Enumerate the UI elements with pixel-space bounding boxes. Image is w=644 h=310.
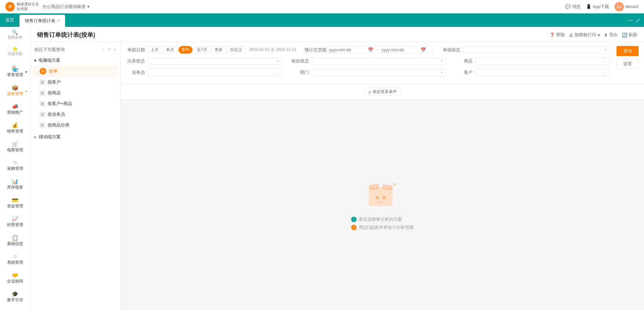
settings-button[interactable]: 设置 bbox=[616, 59, 639, 69]
sidebar-item-enterprise[interactable]: 🤝 企业协同 bbox=[0, 269, 30, 288]
calendar-icon-end[interactable]: 📅 bbox=[421, 47, 426, 52]
left-panel: 按以下方案查询 ＋ ⟳ « ▾ 电脑端方案 按 按单 bbox=[30, 42, 121, 310]
receipt-select[interactable]: ▾ bbox=[312, 58, 446, 65]
sidebar-item-inventory[interactable]: 📊 库存核算 bbox=[0, 175, 30, 194]
filter-bar: 单据日期 上月 本月 本年 近7天 更多 自定义 2023-01-01 至 20… bbox=[121, 42, 644, 84]
solution-by-customer[interactable]: 客 按客户 bbox=[33, 77, 118, 88]
sidebar-quick-nav[interactable]: ⭐ 快捷导航 bbox=[0, 43, 30, 60]
sidebar-search[interactable]: 🔍 搜索菜单 bbox=[0, 27, 30, 43]
sidebar-item-system[interactable]: ⚙ 系统管理 bbox=[0, 250, 30, 269]
status-label: 单据状态 bbox=[441, 47, 460, 53]
ellipsis-icon[interactable]: ··· bbox=[603, 58, 607, 64]
svg-rect-10 bbox=[369, 188, 392, 206]
solution-by-product[interactable]: 品 按商品 bbox=[33, 88, 118, 98]
chevron-down-icon: ▾ bbox=[277, 59, 279, 63]
filter-row-3: 业务员 ··· 部门 ▾ 客户 bbox=[126, 68, 610, 76]
date-btn-this-month[interactable]: 本月 bbox=[163, 46, 177, 54]
by-product-icon: 品 bbox=[40, 90, 45, 96]
message-button[interactable]: 💬 消息 bbox=[565, 4, 581, 10]
ellipsis-icon[interactable]: ··· bbox=[275, 70, 279, 75]
sidebar-item-purchase[interactable]: 🛍 采购管理 bbox=[0, 156, 30, 175]
goods-select[interactable]: ··· bbox=[475, 57, 610, 65]
add-solution-icon[interactable]: ＋ bbox=[101, 47, 106, 53]
avatar: Ea bbox=[614, 2, 624, 11]
date-range-display: 2023-01-01 至 2023-12-31 bbox=[249, 47, 297, 53]
sidebar-item-apps[interactable]: 📱 应用中心 bbox=[0, 306, 30, 310]
enterprise-icon: 🤝 bbox=[0, 272, 30, 278]
date-btn-last-month[interactable]: 上月 bbox=[148, 46, 162, 54]
filter-row-1: 单据日期 上月 本月 本年 近7天 更多 自定义 2023-01-01 至 20… bbox=[126, 46, 610, 54]
collapse-button[interactable]: ∧ 收起更多条件 bbox=[364, 88, 401, 96]
refresh-button[interactable]: 🔄 刷新 bbox=[622, 32, 637, 38]
tab-maximize-icon[interactable]: ⤢ bbox=[636, 17, 640, 23]
message-icon: 💬 bbox=[565, 4, 571, 9]
sidebar-item-retail[interactable]: 🏪 零售管理 ▾ bbox=[0, 62, 30, 81]
date-filter-label: 单据日期 bbox=[126, 47, 145, 53]
svg-point-14 bbox=[382, 196, 386, 199]
export-icon: ⬇ bbox=[604, 33, 608, 38]
date-btn-custom[interactable]: 自定义 bbox=[227, 46, 245, 54]
solution-by-order[interactable]: 按 按单 bbox=[33, 65, 118, 77]
solution-by-category[interactable]: 类 按商品分类 bbox=[33, 120, 118, 131]
export-button[interactable]: ⬇ 导出 bbox=[604, 32, 618, 38]
salesperson-select[interactable]: ··· bbox=[148, 68, 282, 76]
print-icon: 🖨 bbox=[569, 33, 573, 38]
svg-text:员: 员 bbox=[41, 113, 44, 116]
app-download-button[interactable]: 📱 App下载 bbox=[586, 4, 609, 10]
solution-by-cust-prod[interactable]: 客 按客户+商品 bbox=[33, 98, 118, 109]
by-cust-prod-icon: 客 bbox=[40, 101, 45, 106]
sidebar-item-finance[interactable]: 💳 资金管理 bbox=[0, 194, 30, 212]
tab-minimize-icon[interactable]: — bbox=[628, 17, 633, 23]
tab-bar: 首页 销售订单统计表 × — ⤢ bbox=[0, 13, 644, 27]
top-bar: 好 畅捷通好生意 标准版 办公用品行业模拟账套 ▾ 💬 消息 📱 App下载 E… bbox=[0, 0, 644, 13]
logo-icon: 好 bbox=[5, 2, 15, 11]
template-print-button[interactable]: 🖨 按模板打印 ▾ bbox=[569, 32, 600, 38]
tab-home[interactable]: 首页 bbox=[0, 13, 19, 27]
expected-date-end-input[interactable] bbox=[382, 48, 419, 52]
sidebar: 🔍 搜索菜单 ⭐ 快捷导航 🏪 零售管理 ▾ 📦 批发管理 ▴ 📣 营销推广 💰… bbox=[0, 27, 30, 310]
expected-date-start-input[interactable] bbox=[329, 48, 366, 52]
sidebar-item-ecommerce[interactable]: 🛒 电商管理 bbox=[0, 138, 30, 156]
page-actions: ❓ 帮助 🖨 按模板打印 ▾ ⬇ 导出 🔄 刷新 bbox=[549, 32, 637, 38]
status-select[interactable]: ▾ bbox=[463, 46, 610, 53]
tab-sales-order[interactable]: 销售订单统计表 × bbox=[19, 15, 65, 27]
sidebar-item-basic[interactable]: 📋 基础信息 bbox=[0, 231, 30, 250]
outbound-label: 出库状态 bbox=[126, 58, 145, 64]
mobile-group: ▶ 移动端方案 bbox=[33, 132, 118, 142]
help-button[interactable]: ❓ 帮助 bbox=[549, 32, 565, 38]
filter-row-2: 出库状态 ▾ 收款状态 ▾ 商品 bbox=[126, 57, 610, 65]
inventory-icon: 📊 bbox=[0, 178, 30, 185]
date-btn-more[interactable]: 更多 bbox=[212, 46, 226, 54]
empty-illustration: ✦ · bbox=[362, 177, 402, 211]
left-panel-icons: ＋ ⟳ « bbox=[101, 47, 116, 53]
ellipsis-icon[interactable]: ··· bbox=[603, 70, 607, 75]
query-button[interactable]: 查询 bbox=[616, 46, 639, 56]
tab-close-icon[interactable]: × bbox=[57, 18, 60, 23]
department-select[interactable]: ▾ bbox=[312, 69, 446, 76]
user-menu-button[interactable]: Ea demo2 bbox=[614, 2, 639, 11]
date-btn-this-year[interactable]: 本年 bbox=[178, 46, 193, 54]
svg-text:品: 品 bbox=[41, 92, 44, 94]
chevron-down-icon: ▾ bbox=[441, 59, 443, 63]
ecommerce-icon: 🛒 bbox=[0, 141, 30, 147]
solution-by-salesperson[interactable]: 员 按业务员 bbox=[33, 109, 118, 120]
sidebar-item-marketing[interactable]: 📣 营销推广 bbox=[0, 100, 30, 119]
sidebar-item-newbie[interactable]: 🎓 新手引导 bbox=[0, 288, 30, 306]
sidebar-item-wholesale[interactable]: 📦 批发管理 ▴ bbox=[0, 81, 30, 100]
pc-group-header[interactable]: ▾ 电脑端方案 bbox=[33, 55, 118, 65]
customer-select[interactable]: ··· bbox=[475, 68, 610, 76]
logo-area: 好 畅捷通好生意 标准版 bbox=[5, 2, 39, 11]
mobile-group-header[interactable]: ▶ 移动端方案 bbox=[33, 132, 118, 142]
chevron-up-icon: ∧ bbox=[368, 90, 371, 94]
sidebar-item-sales[interactable]: 💰 销售管理 bbox=[0, 119, 30, 138]
collapse-panel-icon[interactable]: « bbox=[114, 47, 116, 53]
svg-text:客: 客 bbox=[41, 81, 44, 84]
purchase-icon: 🛍 bbox=[0, 160, 30, 166]
refresh-solution-icon[interactable]: ⟳ bbox=[108, 47, 112, 53]
date-btn-7days[interactable]: 近7天 bbox=[194, 46, 210, 54]
breadcrumb-select[interactable]: 办公用品行业模拟账套 ▾ bbox=[42, 4, 90, 10]
outbound-select[interactable]: ▾ bbox=[148, 58, 282, 65]
top-bar-left: 好 畅捷通好生意 标准版 办公用品行业模拟账套 ▾ bbox=[5, 2, 90, 11]
calendar-icon-start[interactable]: 📅 bbox=[368, 47, 373, 52]
sidebar-item-operations[interactable]: 📈 经营管理 bbox=[0, 212, 30, 231]
